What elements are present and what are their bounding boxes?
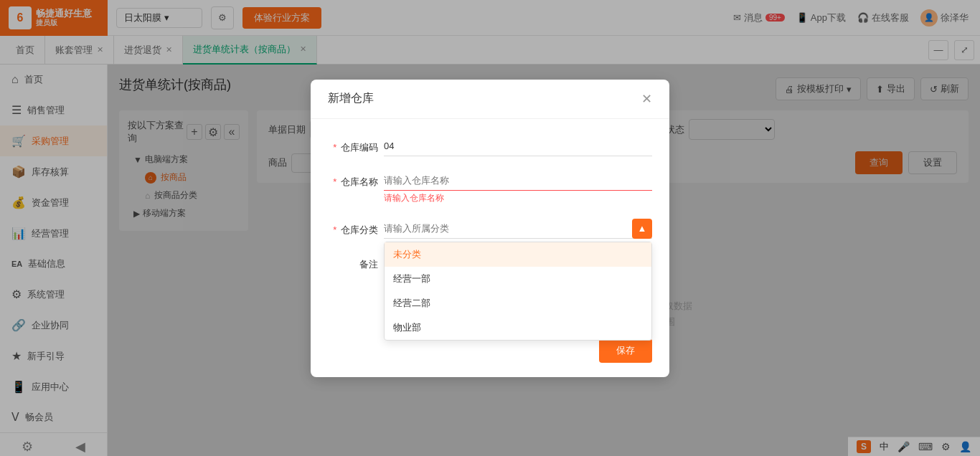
modal-overlay: 新增仓库 ✕ * 仓库编码 * 仓库名称	[0, 0, 980, 456]
warehouse-category-label: * 仓库分类	[328, 219, 378, 237]
category-dropdown-list: 未分类 经营一部 经营二部 物业部	[384, 242, 652, 341]
warehouse-code-label: * 仓库编码	[328, 136, 378, 154]
warehouse-name-label: * 仓库名称	[328, 171, 378, 189]
modal-close-button[interactable]: ✕	[641, 91, 652, 107]
warehouse-category-input[interactable]	[384, 219, 652, 239]
warehouse-category-wrap: ▲ 未分类 经营一部 经营二部 物业部	[384, 219, 652, 239]
dropdown-item-property[interactable]: 物业部	[385, 315, 651, 340]
modal-title: 新增仓库	[328, 91, 374, 106]
warehouse-category-row: * 仓库分类 ▲ 未分类 经营一部	[328, 219, 652, 239]
modal-header: 新增仓库 ✕	[311, 80, 669, 119]
warehouse-code-input[interactable]	[384, 136, 652, 156]
modal-save-button[interactable]: 保存	[599, 338, 652, 363]
remark-label: 备注	[328, 253, 378, 271]
warehouse-name-row: * 仓库名称 请输入仓库名称	[328, 171, 652, 204]
warehouse-name-error: 请输入仓库名称	[384, 192, 652, 204]
dropdown-item-dept2[interactable]: 经营二部	[385, 291, 651, 315]
dropdown-item-dept1[interactable]: 经营一部	[385, 267, 651, 291]
warehouse-code-row: * 仓库编码	[328, 136, 652, 156]
chevron-up-icon: ▲	[638, 223, 647, 234]
warehouse-name-wrap: 请输入仓库名称	[384, 171, 652, 204]
dropdown-item-unclassified[interactable]: 未分类	[385, 242, 651, 267]
warehouse-code-wrap	[384, 136, 652, 156]
warehouse-name-input[interactable]	[384, 171, 652, 191]
add-warehouse-modal: 新增仓库 ✕ * 仓库编码 * 仓库名称	[311, 80, 669, 377]
category-dropdown-toggle[interactable]: ▲	[632, 219, 652, 239]
modal-body: * 仓库编码 * 仓库名称 请输入仓库名称	[311, 119, 669, 330]
